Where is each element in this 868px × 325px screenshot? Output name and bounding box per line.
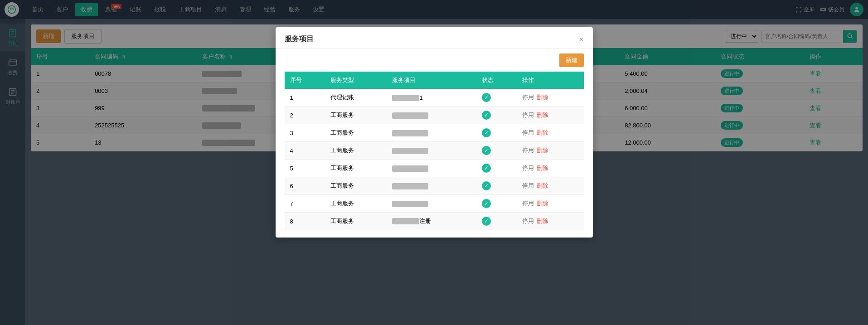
modal-cell-item: 1 [387, 89, 476, 107]
modal-cell-status: ✓ [476, 89, 517, 107]
modal-cell-seq: 4 [285, 142, 325, 160]
modal-cell-status: ✓ [476, 177, 517, 195]
modal-th-status: 状态 [476, 72, 517, 89]
modal-table-row: 4 工商服务 ✓ 停用 删除 [285, 142, 584, 160]
modal-cell-action: 停用 删除 [517, 142, 583, 160]
service-modal: 服务项目 × 新建 序号 服务类型 服务项目 状态 操作 [276, 27, 593, 238]
service-table: 序号 服务类型 服务项目 状态 操作 1 代理记账 1 ✓ 停用 删除 [285, 72, 584, 230]
modal-cell-type: 工商服务 [325, 107, 387, 124]
stop-button[interactable]: 停用 [522, 129, 534, 137]
modal-th-type: 服务类型 [325, 72, 387, 89]
modal-cell-seq: 6 [285, 177, 325, 195]
modal-cell-seq: 5 [285, 160, 325, 177]
modal-cell-status: ✓ [476, 213, 517, 230]
new-service-button[interactable]: 新建 [559, 53, 584, 67]
stop-button[interactable]: 停用 [522, 217, 534, 225]
modal-cell-type: 工商服务 [325, 142, 387, 160]
modal-cell-action: 停用 删除 [517, 213, 583, 230]
modal-table-row: 3 工商服务 ✓ 停用 删除 [285, 124, 584, 142]
modal-cell-type: 工商服务 [325, 160, 387, 177]
modal-header: 服务项目 × [276, 27, 593, 49]
service-item-text [392, 165, 428, 172]
delete-button[interactable]: 删除 [537, 164, 548, 172]
delete-button[interactable]: 删除 [537, 217, 548, 225]
modal-cell-action: 停用 删除 [517, 195, 583, 213]
service-item-text [392, 148, 428, 154]
modal-cell-item [387, 177, 476, 195]
stop-button[interactable]: 停用 [522, 146, 534, 155]
modal-title: 服务项目 [285, 34, 314, 44]
modal-table-row: 5 工商服务 ✓ 停用 删除 [285, 160, 584, 177]
modal-cell-seq: 3 [285, 124, 325, 142]
modal-cell-action: 停用 删除 [517, 124, 583, 142]
stop-button[interactable]: 停用 [522, 199, 534, 208]
modal-table-row: 2 工商服务 ✓ 停用 删除 [285, 107, 584, 124]
modal-cell-status: ✓ [476, 107, 517, 124]
modal-cell-status: ✓ [476, 160, 517, 177]
service-item-text [392, 201, 428, 207]
modal-cell-item [387, 124, 476, 142]
modal-table-row: 8 工商服务 注册 ✓ 停用 删除 [285, 213, 584, 230]
delete-button[interactable]: 删除 [537, 111, 548, 119]
delete-button[interactable]: 删除 [537, 93, 548, 102]
modal-cell-status: ✓ [476, 124, 517, 142]
service-item-text [392, 112, 428, 119]
modal-th-action: 操作 [517, 72, 583, 89]
modal-cell-action: 停用 删除 [517, 89, 583, 107]
stop-button[interactable]: 停用 [522, 182, 534, 190]
modal-th-item: 服务项目 [387, 72, 476, 89]
delete-button[interactable]: 删除 [537, 129, 548, 137]
modal-table-row: 6 工商服务 ✓ 停用 删除 [285, 177, 584, 195]
delete-button[interactable]: 删除 [537, 199, 548, 208]
modal-cell-status: ✓ [476, 195, 517, 213]
modal-table-row: 1 代理记账 1 ✓ 停用 删除 [285, 89, 584, 107]
modal-cell-action: 停用 删除 [517, 177, 583, 195]
delete-button[interactable]: 删除 [537, 146, 548, 155]
modal-overlay: 服务项目 × 新建 序号 服务类型 服务项目 状态 操作 [0, 0, 868, 325]
stop-button[interactable]: 停用 [522, 164, 534, 172]
modal-cell-seq: 1 [285, 89, 325, 107]
modal-close-button[interactable]: × [579, 35, 584, 44]
modal-body: 新建 序号 服务类型 服务项目 状态 操作 1 代理记账 1 [276, 49, 593, 238]
modal-cell-seq: 8 [285, 213, 325, 230]
service-item-text [392, 183, 428, 189]
modal-cell-item [387, 142, 476, 160]
modal-cell-item [387, 107, 476, 124]
stop-button[interactable]: 停用 [522, 111, 534, 119]
delete-button[interactable]: 删除 [537, 182, 548, 190]
modal-cell-type: 工商服务 [325, 195, 387, 213]
modal-cell-action: 停用 删除 [517, 160, 583, 177]
modal-table-wrap[interactable]: 序号 服务类型 服务项目 状态 操作 1 代理记账 1 ✓ 停用 删除 [285, 72, 584, 230]
modal-toolbar: 新建 [285, 53, 584, 67]
modal-th-seq: 序号 [285, 72, 325, 89]
service-item-text [392, 218, 419, 224]
modal-cell-seq: 2 [285, 107, 325, 124]
modal-cell-type: 工商服务 [325, 213, 387, 230]
modal-cell-item [387, 160, 476, 177]
modal-cell-status: ✓ [476, 142, 517, 160]
modal-cell-item: 注册 [387, 213, 476, 230]
service-item-text [392, 130, 428, 136]
modal-table-row: 7 工商服务 ✓ 停用 删除 [285, 195, 584, 213]
modal-cell-type: 代理记账 [325, 89, 387, 107]
stop-button[interactable]: 停用 [522, 93, 534, 102]
modal-cell-type: 工商服务 [325, 124, 387, 142]
modal-cell-seq: 7 [285, 195, 325, 213]
modal-cell-action: 停用 删除 [517, 107, 583, 124]
modal-cell-type: 工商服务 [325, 177, 387, 195]
service-item-text [392, 95, 419, 101]
modal-cell-item [387, 195, 476, 213]
